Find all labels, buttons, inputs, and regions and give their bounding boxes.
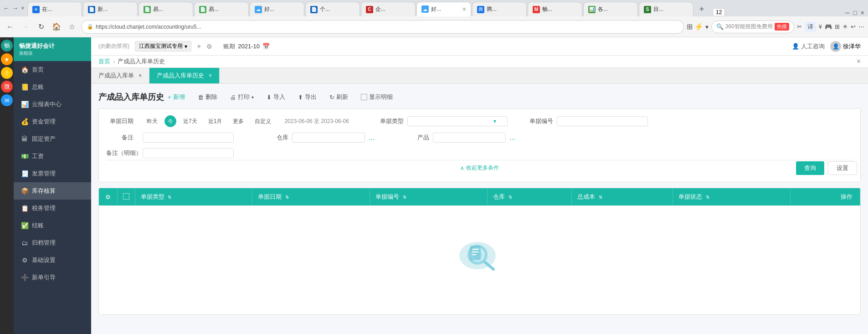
type-filter-select[interactable]: ▾: [407, 116, 508, 126]
forward-button[interactable]: →: [19, 21, 32, 33]
tab-item-8[interactable]: ☁ 好... ×: [416, 2, 471, 16]
sidebar-item-home[interactable]: 🏠 首页: [14, 61, 91, 78]
game-icon[interactable]: 🎮: [825, 23, 832, 30]
import-btn[interactable]: ⬇ 导入: [263, 91, 289, 103]
display-toggle[interactable]: 显示明细: [357, 91, 396, 103]
sidebar-item-invoice[interactable]: 🧾 发票管理: [14, 165, 91, 182]
refresh-btn[interactable]: ↻ 刷新: [326, 91, 352, 103]
page-tab-list[interactable]: 产成品入库单 ×: [91, 68, 149, 83]
tab-item-6[interactable]: 📄 个...: [305, 2, 360, 16]
search-bar-360[interactable]: 🔍 360智能抠图免费用 热搜: [711, 21, 794, 33]
col-check[interactable]: [117, 188, 135, 206]
col-warehouse[interactable]: 仓库 ⇅: [487, 188, 571, 206]
settings-filter-button[interactable]: 设置: [828, 161, 857, 175]
close-btn[interactable]: ×: [861, 9, 864, 16]
sidebar-item-settle[interactable]: ✅ 结账: [14, 217, 91, 234]
app-icon-yellow[interactable]: ⭐: [1, 67, 13, 79]
col-cost[interactable]: 总成本 ⇅: [572, 188, 673, 206]
add-btn[interactable]: + 新增: [164, 91, 189, 103]
number-filter-input[interactable]: [557, 116, 648, 126]
sidebar-item-fixed[interactable]: 🏛 固定资产: [14, 130, 91, 148]
sidebar-item-ledger[interactable]: 📒 总账: [14, 78, 91, 96]
note-filter-input[interactable]: [143, 133, 234, 143]
sidebar-item-basic[interactable]: ⚙ 基础设置: [14, 252, 91, 269]
collapse-btn[interactable]: ∧ 收起更多条件: [460, 164, 499, 172]
app-icon-chanjet[interactable]: 畅: [1, 40, 13, 51]
page-close-x[interactable]: ×: [857, 57, 861, 66]
note-detail-input[interactable]: [143, 148, 234, 158]
tab-item-4[interactable]: 📄 易...: [194, 2, 249, 16]
print-btn[interactable]: 🖨 打印 ▾: [226, 91, 257, 103]
tab-close-8[interactable]: ×: [462, 5, 466, 13]
sidebar-item-inventory[interactable]: 📦 库存核算: [14, 182, 91, 200]
home-browser-button[interactable]: 🏠: [50, 21, 63, 33]
currency-icon[interactable]: ¥: [819, 23, 822, 30]
scissors-icon[interactable]: ✂: [797, 23, 802, 30]
date-btn-custom[interactable]: 自定义: [251, 116, 275, 127]
col-number[interactable]: 单据编号 ⇅: [370, 188, 488, 206]
tab-item-1[interactable]: ✈ 在...: [27, 2, 82, 16]
col-gear[interactable]: ⚙: [99, 188, 117, 206]
sidebar-item-archive[interactable]: 🗂 归档管理: [14, 234, 91, 252]
translate-icon[interactable]: 译: [805, 22, 816, 32]
tab-item-12[interactable]: S 目...: [639, 2, 693, 16]
settings-browser-icon[interactable]: ⋯: [858, 23, 864, 30]
col-type[interactable]: 单据类型 ⇅: [135, 188, 252, 206]
sidebar-item-tax[interactable]: 📋 税务管理: [14, 200, 91, 217]
date-btn-1month[interactable]: 近1月: [204, 116, 226, 127]
browser-close-control[interactable]: ×: [21, 5, 24, 11]
date-btn-yesterday[interactable]: 昨天: [143, 116, 162, 127]
grid-icon[interactable]: ⊞: [687, 22, 693, 31]
tab-item-11[interactable]: 📊 各...: [583, 2, 638, 16]
col-date[interactable]: 单据日期 ⇅: [252, 188, 370, 206]
app-icon-red[interactable]: 微: [1, 81, 13, 92]
query-button[interactable]: 查询: [796, 161, 824, 175]
address-input[interactable]: 🔒 https://cloud.chanjet.com/accounting/u…: [81, 20, 684, 34]
date-btn-more[interactable]: 更多: [229, 116, 248, 127]
sidebar-item-payroll[interactable]: 💵 工资: [14, 148, 91, 165]
export-btn[interactable]: ⬆ 导出: [294, 91, 320, 103]
calendar-icon[interactable]: 📅: [262, 43, 270, 50]
tab-item-5[interactable]: ☁ 好...: [250, 2, 304, 16]
product-filter-input[interactable]: [433, 133, 506, 143]
settings-header-icon[interactable]: ⚙: [206, 43, 212, 50]
sidebar-item-fund[interactable]: 💰 资金管理: [14, 113, 91, 130]
tab-item-9[interactable]: 腾 腾...: [472, 2, 527, 16]
add-company-btn[interactable]: +: [197, 42, 201, 51]
page-tab-history-close[interactable]: ×: [209, 72, 212, 79]
col-status[interactable]: 单据状态 ⇅: [673, 188, 791, 206]
lightning-icon[interactable]: ⚡: [694, 22, 704, 31]
tab-item-3[interactable]: 📄 易...: [139, 2, 193, 16]
delete-btn[interactable]: 🗑 删除: [194, 91, 221, 103]
breadcrumb-home[interactable]: 首页: [98, 57, 110, 66]
dropdown-icon[interactable]: ▾: [705, 23, 709, 31]
page-tab-history[interactable]: 产成品入库单历史 ×: [149, 68, 220, 83]
date-btn-today[interactable]: 今: [164, 115, 176, 127]
browser-back-icon[interactable]: ←: [3, 5, 10, 12]
tab-item-2[interactable]: 📄 新...: [83, 2, 138, 16]
app-icon-orange[interactable]: ★: [1, 53, 13, 65]
browser-forward-icon[interactable]: →: [12, 5, 18, 12]
bookmark-button[interactable]: ☆: [66, 21, 78, 33]
undo-icon[interactable]: ↩: [851, 23, 856, 30]
warehouse-filter-input[interactable]: [292, 133, 365, 143]
header-checkbox[interactable]: [123, 193, 129, 200]
help-btn[interactable]: 👤 人工咨询: [792, 42, 825, 51]
maximize-btn[interactable]: □: [853, 9, 857, 16]
refresh-browser-button[interactable]: ↻: [35, 21, 47, 33]
sidebar-item-report[interactable]: 📊 云报表中心: [14, 96, 91, 113]
tab-item-7[interactable]: C 企...: [361, 2, 416, 16]
date-btn-7days[interactable]: 近7天: [179, 116, 201, 127]
night-icon[interactable]: ☀: [842, 23, 848, 30]
tab-new[interactable]: +: [694, 2, 709, 16]
back-button[interactable]: ←: [4, 21, 16, 33]
user-avatar[interactable]: 👤 徐泽华: [830, 41, 861, 52]
tab-item-10[interactable]: M 畅...: [528, 2, 582, 16]
view-icon[interactable]: ⊞: [835, 23, 840, 30]
product-ellipsis[interactable]: ...: [509, 134, 515, 142]
page-tab-list-close[interactable]: ×: [139, 72, 142, 79]
company-dropdown[interactable]: 江西服宝测试专用 ▾: [135, 41, 191, 51]
warehouse-ellipsis[interactable]: ...: [369, 134, 375, 142]
app-icon-blue[interactable]: ✉: [1, 94, 13, 106]
sidebar-item-newbill[interactable]: ➕ 新单引导: [14, 269, 91, 286]
